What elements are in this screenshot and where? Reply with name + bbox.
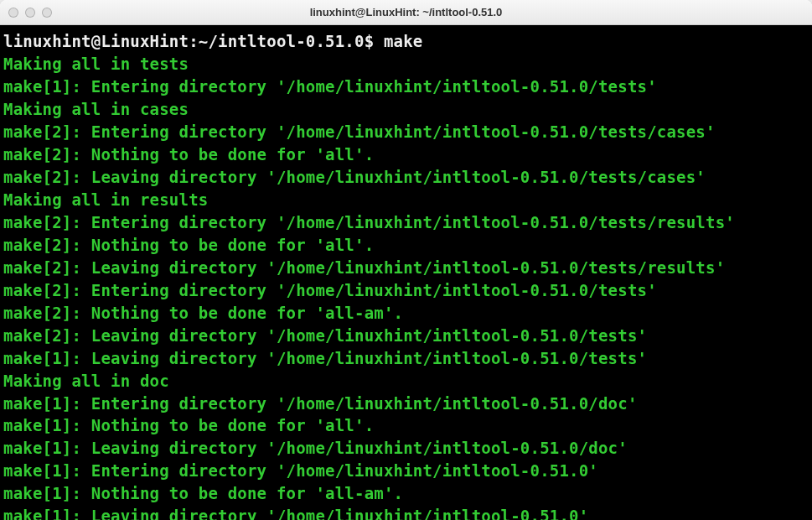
output-line: make[1]: Leaving directory '/home/linuxh… (3, 347, 809, 370)
window-title: linuxhint@LinuxHint: ~/intltool-0.51.0 (0, 6, 812, 18)
output-line: make[1]: Leaving directory '/home/linuxh… (3, 437, 809, 460)
output-line: make[2]: Nothing to be done for 'all'. (3, 234, 809, 257)
output-line: make[2]: Leaving directory '/home/linuxh… (3, 325, 809, 347)
output-line: make[2]: Nothing to be done for 'all'. (3, 143, 809, 166)
output-line: make[1]: Entering directory '/home/linux… (3, 460, 809, 482)
prompt-line: linuxhint@LinuxHint:~/intltool-0.51.0$ m… (3, 30, 809, 53)
output-line: make[1]: Entering directory '/home/linux… (3, 393, 809, 415)
output-line: make[2]: Leaving directory '/home/linuxh… (3, 166, 809, 189)
output-line: make[1]: Leaving directory '/home/linuxh… (3, 505, 809, 520)
maximize-icon[interactable] (42, 8, 52, 18)
output-line: make[1]: Nothing to be done for 'all'. (3, 414, 809, 437)
output-line: make[2]: Entering directory '/home/linux… (3, 121, 809, 143)
prompt-user-host: linuxhint@LinuxHint (3, 32, 189, 50)
output-line: make[2]: Leaving directory '/home/linuxh… (3, 257, 809, 279)
prompt-separator: : (189, 32, 199, 50)
terminal-window: linuxhint@LinuxHint: ~/intltool-0.51.0 l… (0, 0, 812, 520)
prompt-path: ~/intltool-0.51.0 (199, 32, 365, 50)
output-line: Making all in tests (3, 53, 809, 75)
output-line: make[2]: Entering directory '/home/linux… (3, 279, 809, 302)
output-line: Making all in cases (3, 98, 809, 121)
output-line: make[2]: Nothing to be done for 'all-am'… (3, 302, 809, 325)
command-value: make (384, 32, 423, 50)
output-line: make[1]: Nothing to be done for 'all-am'… (3, 482, 809, 505)
minimize-icon[interactable] (25, 8, 35, 18)
command-text: make (374, 32, 422, 50)
output-container: Making all in testsmake[1]: Entering dir… (3, 53, 809, 520)
close-icon[interactable] (8, 8, 18, 18)
output-line: Making all in doc (3, 370, 809, 393)
terminal-body[interactable]: linuxhint@LinuxHint:~/intltool-0.51.0$ m… (0, 25, 812, 520)
output-line: make[2]: Entering directory '/home/linux… (3, 211, 809, 234)
output-line: Making all in results (3, 189, 809, 211)
window-controls (8, 8, 52, 18)
prompt-symbol: $ (365, 32, 375, 50)
titlebar: linuxhint@LinuxHint: ~/intltool-0.51.0 (0, 0, 812, 25)
output-line: make[1]: Entering directory '/home/linux… (3, 75, 809, 98)
